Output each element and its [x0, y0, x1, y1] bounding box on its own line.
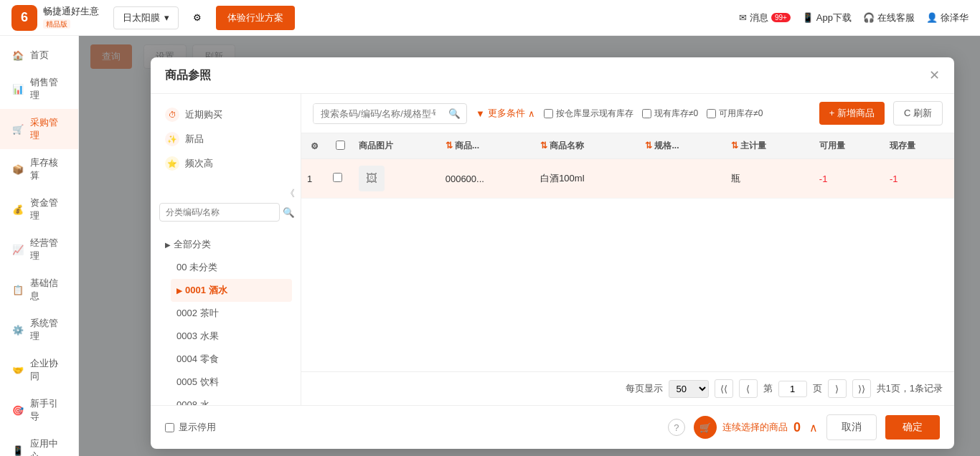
- sidebar-item-operation[interactable]: 📈 经营管理: [0, 229, 78, 270]
- th-unit[interactable]: ⇅ 主计量: [725, 133, 814, 159]
- quick-link-recent[interactable]: ⏱ 近期购买: [159, 103, 292, 127]
- sort-icon-unit: ⇅: [731, 141, 738, 151]
- first-page-btn[interactable]: ⟨⟨: [715, 379, 733, 398]
- sort-icon-name: ⇅: [540, 141, 547, 151]
- select-all-checkbox[interactable]: [336, 141, 345, 150]
- th-name[interactable]: ⇅ 商品名称: [534, 133, 639, 159]
- tree-item-6[interactable]: 0008 水: [171, 394, 292, 405]
- chevron-down-icon: ▾: [164, 12, 169, 23]
- user-avatar[interactable]: 👤 徐泽华: [926, 11, 969, 24]
- td-name: 白酒100ml: [534, 159, 639, 199]
- sidebar-item-apps[interactable]: 📱 应用中心: [0, 430, 78, 456]
- th-check: [327, 133, 353, 159]
- td-stock: -1: [884, 159, 954, 199]
- row-checkbox[interactable]: [333, 173, 342, 182]
- product-search-input[interactable]: [314, 104, 443, 123]
- tree-item-0[interactable]: 00 未分类: [171, 256, 292, 279]
- new-icon: ✨: [165, 132, 179, 146]
- sort-icon-spec: ⇅: [645, 141, 652, 151]
- main-content: 查询 设置 刷新 商品参照 ✕ ⏱ 近期购买: [79, 36, 980, 456]
- checkbox-stock-nonzero[interactable]: 现有库存≠0: [642, 108, 698, 120]
- sort-icon-code: ⇅: [446, 141, 453, 151]
- sidebar-item-basic[interactable]: 📋 基础信息: [0, 270, 78, 310]
- quick-link-frequent[interactable]: ⭐ 频次高: [159, 151, 292, 176]
- tree-root-item[interactable]: ▶ 全部分类: [159, 233, 292, 256]
- finance-icon: 💰: [11, 203, 24, 216]
- tree-item-3[interactable]: 0003 水果: [171, 325, 292, 348]
- modal-footer: 显示停用 ? 🛒 连续选择的商品 0 ∧ 取消 确定: [151, 405, 954, 449]
- page-number-input[interactable]: [778, 381, 807, 397]
- modal-header: 商品参照 ✕: [151, 57, 954, 94]
- system-icon: ⚙️: [11, 323, 24, 336]
- td-seq: 1: [301, 159, 327, 199]
- settings-icon[interactable]: ⚙: [187, 8, 207, 28]
- store-dropdown[interactable]: 日太阳膜 ▾: [113, 6, 179, 29]
- page-label: 第: [763, 382, 773, 395]
- apps-icon: 📱: [11, 444, 24, 456]
- category-search-btn[interactable]: 🔍: [283, 207, 295, 218]
- td-check: [327, 159, 353, 199]
- refresh-btn[interactable]: C 刷新: [893, 101, 943, 125]
- category-search-input[interactable]: [159, 203, 280, 222]
- online-service-btn[interactable]: 🎧 在线客服: [863, 11, 915, 24]
- checkbox-warehouse[interactable]: 按仓库显示现有库存: [544, 108, 633, 120]
- th-code[interactable]: ⇅ 商品...: [440, 133, 534, 159]
- quick-links: ⏱ 近期购买 ✨ 新品 ⭐ 频次高: [151, 103, 301, 176]
- footer-right: ? 🛒 连续选择的商品 0 ∧ 取消 确定: [668, 414, 940, 440]
- disabled-checkbox-input[interactable]: [165, 423, 174, 432]
- help-btn[interactable]: ?: [668, 419, 685, 436]
- th-spec[interactable]: ⇅ 规格...: [639, 133, 725, 159]
- modal-toolbar: 🔍 ▼ 更多条件 ∧ 按仓库显示现有库存: [301, 94, 954, 133]
- tree-item-4[interactable]: 0004 零食: [171, 348, 292, 371]
- category-search-row: 🔍: [151, 203, 301, 222]
- stock-nonzero-checkbox[interactable]: [642, 109, 651, 118]
- guide-icon: 🎯: [11, 404, 24, 417]
- sidebar-item-home[interactable]: 🏠 首页: [0, 42, 78, 69]
- sidebar-item-finance[interactable]: 💰 资金管理: [0, 189, 78, 229]
- product-reference-modal: 商品参照 ✕ ⏱ 近期购买 ✨ 新品: [151, 57, 954, 449]
- sidebar-item-purchase[interactable]: 🛒 采购管理: [0, 109, 78, 149]
- next-page-btn[interactable]: ⟩: [828, 379, 847, 398]
- td-image: 🖼: [353, 159, 440, 199]
- tree-item-2[interactable]: 0002 茶叶: [171, 302, 292, 325]
- td-unit: 瓶: [725, 159, 814, 199]
- confirm-btn[interactable]: 确定: [885, 415, 940, 440]
- available-nonzero-checkbox[interactable]: [707, 109, 716, 118]
- product-search-btn[interactable]: 🔍: [443, 104, 466, 123]
- filter-icon: ▼: [476, 108, 485, 119]
- sidebar-item-inventory[interactable]: 📦 库存核算: [0, 149, 78, 189]
- cart-area: 🛒 连续选择的商品 0: [694, 416, 801, 439]
- experience-btn[interactable]: 体验行业方案: [216, 6, 295, 30]
- cancel-btn[interactable]: 取消: [826, 414, 877, 440]
- tree-arrow-1: ▶: [176, 287, 182, 295]
- last-page-btn[interactable]: ⟩⟩: [852, 379, 871, 398]
- cart-icon: 🛒: [694, 416, 717, 439]
- sidebar: 🏠 首页 📊 销售管理 🛒 采购管理 📦 库存核算 💰 资金管理 📈 经营管理 …: [0, 36, 79, 456]
- more-filter-btn[interactable]: ▼ 更多条件 ∧: [476, 107, 535, 120]
- purchase-icon: 🛒: [11, 123, 24, 136]
- sidebar-item-sales[interactable]: 📊 销售管理: [0, 69, 78, 109]
- phone-icon: 📱: [802, 12, 814, 23]
- fold-icon[interactable]: ∧: [809, 421, 818, 434]
- quick-link-new[interactable]: ✨ 新品: [159, 127, 292, 151]
- sidebar-item-collab[interactable]: 🤝 企业协同: [0, 350, 78, 390]
- messages-btn[interactable]: ✉ 消息 99+: [739, 11, 791, 24]
- table-row[interactable]: 1 🖼 000600... 白酒100ml: [301, 159, 954, 199]
- modal-close-btn[interactable]: ✕: [929, 67, 940, 83]
- warehouse-checkbox[interactable]: [544, 109, 553, 118]
- category-tree: ▶ 全部分类 00 未分类 ▶ 0001 酒水: [151, 233, 301, 405]
- add-product-btn[interactable]: + 新增商品: [819, 102, 885, 125]
- app-download-btn[interactable]: 📱 App下载: [802, 11, 852, 24]
- checkbox-available-nonzero[interactable]: 可用库存≠0: [707, 108, 763, 120]
- sidebar-item-system[interactable]: ⚙️ 系统管理: [0, 310, 78, 350]
- prev-page-btn[interactable]: ⟨: [739, 379, 758, 398]
- sales-icon: 📊: [11, 82, 24, 95]
- collapse-left-btn[interactable]: 《: [280, 184, 301, 203]
- sidebar-item-guide[interactable]: 🎯 新手引导: [0, 390, 78, 430]
- per-page-select[interactable]: 50 100 200: [669, 380, 709, 398]
- show-disabled-checkbox[interactable]: 显示停用: [165, 421, 216, 434]
- basic-icon: 📋: [11, 283, 24, 296]
- tree-item-5[interactable]: 0005 饮料: [171, 371, 292, 394]
- nav-right: ✉ 消息 99+ 📱 App下载 🎧 在线客服 👤 徐泽华: [739, 11, 969, 24]
- tree-item-1[interactable]: ▶ 0001 酒水: [171, 279, 292, 302]
